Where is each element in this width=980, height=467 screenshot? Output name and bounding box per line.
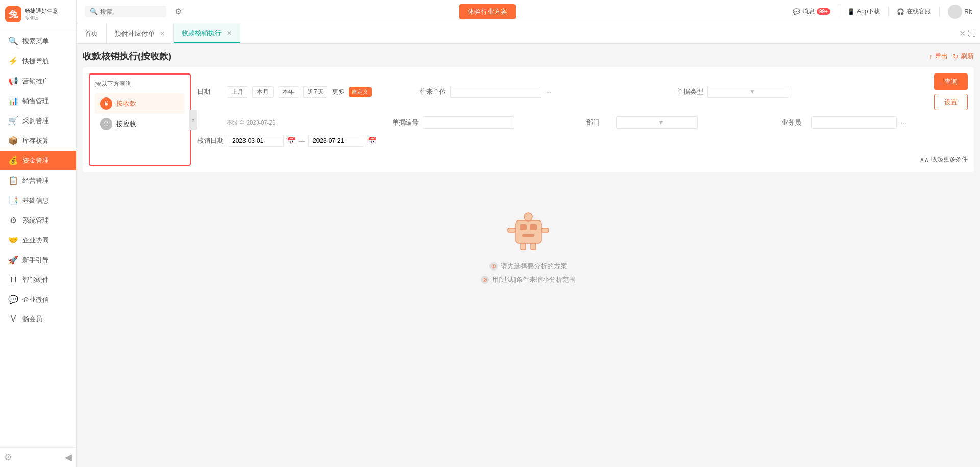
filter-bill-no-input[interactable] xyxy=(423,116,514,129)
sidebar-logo: 兔 畅捷通好生意 标准版 xyxy=(0,0,76,29)
online-service-item[interactable]: 🎧 在线客服 xyxy=(897,7,931,16)
sidebar-item-12[interactable]: 🖥智能硬件 xyxy=(0,270,76,289)
filter-verify-date-start[interactable] xyxy=(228,135,284,147)
nav-label-14: 畅会员 xyxy=(22,314,42,324)
app-download-item[interactable]: 📱 App下载 xyxy=(847,7,880,16)
nav-label-8: 基础信息 xyxy=(22,196,49,205)
date-this-year[interactable]: 本年 xyxy=(278,86,299,98)
date-more-btn[interactable]: 更多 xyxy=(332,88,345,96)
query-button[interactable]: 查询 xyxy=(934,73,968,90)
nav-icon-9: ⚙ xyxy=(8,215,18,225)
sidebar-item-5[interactable]: 📦库存核算 xyxy=(0,131,76,151)
sidebar-item-13[interactable]: 💬企业微信 xyxy=(0,289,76,309)
topbar-gear-icon[interactable]: ⚙ xyxy=(175,7,182,16)
filter-dept-select[interactable]: ▼ xyxy=(616,116,698,129)
date-last-month[interactable]: 上月 xyxy=(227,86,248,98)
filter-bill-type-select[interactable]: ▼ xyxy=(707,86,789,98)
date-this-month[interactable]: 本月 xyxy=(252,86,274,98)
collapse-more-label: 收起更多条件 xyxy=(931,155,968,164)
page-title: 收款核销执行(按收款) xyxy=(83,50,172,62)
sidebar-item-14[interactable]: V畅会员 xyxy=(0,309,76,329)
filter-receivable-icon: ⏱ xyxy=(100,118,112,130)
main-area: 🔍 ⚙ 体验行业方案 💬 消息 99+ 📱 App下载 🎧 在线客服 xyxy=(77,0,980,467)
sidebar: 兔 畅捷通好生意 标准版 🔍搜索菜单⚡快捷导航📢营销推广📊销售管理🛒采购管理📦库… xyxy=(0,0,77,467)
sidebar-item-11[interactable]: 🚀新手引导 xyxy=(0,250,76,270)
nav-label-4: 采购管理 xyxy=(22,116,49,126)
tabbar: 首页 预付冲应付单 ✕ 收款核销执行 ✕ ✕ ⛶ xyxy=(77,23,980,44)
tab-receipt-close[interactable]: ✕ xyxy=(227,30,232,37)
sidebar-item-0[interactable]: 🔍搜索菜单 xyxy=(0,31,76,51)
nav-label-0: 搜索菜单 xyxy=(22,37,49,46)
filter-date-label: 日期 xyxy=(197,87,223,96)
collapse-sidebar-icon[interactable]: ◀ xyxy=(65,452,72,463)
tab-receipt[interactable]: 收款核销执行 ✕ xyxy=(174,23,240,43)
app-name-block: 畅捷通好生意 标准版 xyxy=(24,7,58,21)
filter-salesman-dots[interactable]: ··· xyxy=(901,119,906,127)
svg-rect-6 xyxy=(521,243,526,250)
sidebar-item-4[interactable]: 🛒采购管理 xyxy=(0,111,76,131)
filter-salesman-input[interactable] xyxy=(811,116,897,129)
sidebar-item-8[interactable]: 📑基础信息 xyxy=(0,190,76,210)
sidebar-item-6[interactable]: 💰资金管理 xyxy=(0,151,76,170)
chevron-up-icon: ∧∧ xyxy=(920,156,929,163)
collapse-more-conditions[interactable]: ∧∧ 收起更多条件 xyxy=(197,153,968,166)
tab-home[interactable]: 首页 xyxy=(77,23,107,43)
expand-tab-icon[interactable]: ⛶ xyxy=(968,29,976,38)
filter-salesman-field: 业务员 ··· xyxy=(781,116,968,129)
nav-label-6: 资金管理 xyxy=(22,156,49,165)
sidebar-item-2[interactable]: 📢营销推广 xyxy=(0,71,76,91)
filter-date-field: 日期 上月 本月 本年 近7天 更多 自定义 xyxy=(197,86,411,98)
filter-date-group: 上月 本月 本年 近7天 更多 自定义 xyxy=(227,86,372,98)
nav-icon-1: ⚡ xyxy=(8,56,18,66)
filter-salesman-label: 业务员 xyxy=(781,118,807,127)
calendar-end-icon[interactable]: 📅 xyxy=(368,137,376,145)
sidebar-item-10[interactable]: 🤝企业协同 xyxy=(0,230,76,250)
sidebar-item-3[interactable]: 📊销售管理 xyxy=(0,91,76,111)
filter-option-by-receipt[interactable]: ¥ 按收款 xyxy=(95,93,185,114)
nav-icon-4: 🛒 xyxy=(8,116,18,126)
svg-rect-5 xyxy=(541,228,549,232)
filter-row-2: 不限 至 2023-07-26 单据编号 部门 ▼ xyxy=(197,116,968,129)
nav-label-7: 经营管理 xyxy=(22,176,49,185)
export-button[interactable]: ↑ 导出 xyxy=(929,52,948,61)
tab-prepay-close[interactable]: ✕ xyxy=(160,30,165,37)
nav-icon-2: 📢 xyxy=(8,76,18,86)
sidebar-item-1[interactable]: ⚡快捷导航 xyxy=(0,51,76,71)
filter-verify-date-field: 核销日期 📅 — 📅 xyxy=(197,135,968,147)
filter-vendor-dots[interactable]: ··· xyxy=(546,88,552,96)
settings-icon[interactable]: ⚙ xyxy=(4,452,12,463)
date-custom-badge[interactable]: 自定义 xyxy=(349,87,372,97)
sidebar-item-9[interactable]: ⚙系统管理 xyxy=(0,210,76,230)
filter-bill-no-field: 单据编号 xyxy=(392,116,579,129)
tab-prepay[interactable]: 预付冲应付单 ✕ xyxy=(107,23,174,43)
filter-vendor-input[interactable] xyxy=(450,86,542,98)
message-item[interactable]: 💬 消息 99+ xyxy=(793,7,830,16)
online-service-label: 在线客服 xyxy=(906,7,931,16)
refresh-button[interactable]: ↻ 刷新 xyxy=(953,52,974,61)
user-area[interactable]: Rit xyxy=(948,5,972,19)
filter-bill-type-field: 单据类型 ▼ xyxy=(677,86,926,98)
collapse-filter-btn[interactable]: » xyxy=(189,110,197,130)
filter-date-range-text: 不限 至 2023-07-26 xyxy=(227,119,275,127)
settings-button[interactable]: 设置 xyxy=(934,94,968,110)
nav-label-11: 新手引导 xyxy=(22,256,49,265)
solution-button[interactable]: 体验行业方案 xyxy=(459,4,516,19)
calendar-start-icon[interactable]: 📅 xyxy=(287,137,296,145)
filter-verify-date-end[interactable] xyxy=(308,135,364,147)
topbar-search-input[interactable] xyxy=(100,8,161,15)
sidebar-item-7[interactable]: 📋经营管理 xyxy=(0,170,76,190)
date-last-7-days[interactable]: 近7天 xyxy=(303,86,328,98)
filter-mode-panel: 按以下方查询 ¥ 按收款 ⏱ 按应收 » xyxy=(89,73,191,166)
filter-conditions: 日期 上月 本月 本年 近7天 更多 自定义 往来单位 xyxy=(197,73,968,166)
tab-home-label: 首页 xyxy=(85,29,98,38)
nav-label-3: 销售管理 xyxy=(22,96,49,106)
date-range-dash: — xyxy=(299,137,305,145)
close-tab-icon[interactable]: ✕ xyxy=(959,29,966,38)
empty-state: ① 请先选择要分析的方案 ② 用[过滤]条件来缩小分析范围 xyxy=(83,172,974,315)
filter-vendor-label: 往来单位 xyxy=(420,87,446,96)
divider-2 xyxy=(888,7,889,17)
filter-panel: 按以下方查询 ¥ 按收款 ⏱ 按应收 » 日期 xyxy=(83,67,974,172)
export-label: 导出 xyxy=(935,52,948,61)
filter-option-by-receivable[interactable]: ⏱ 按应收 xyxy=(95,114,185,134)
topbar-search-area[interactable]: 🔍 xyxy=(85,6,166,17)
